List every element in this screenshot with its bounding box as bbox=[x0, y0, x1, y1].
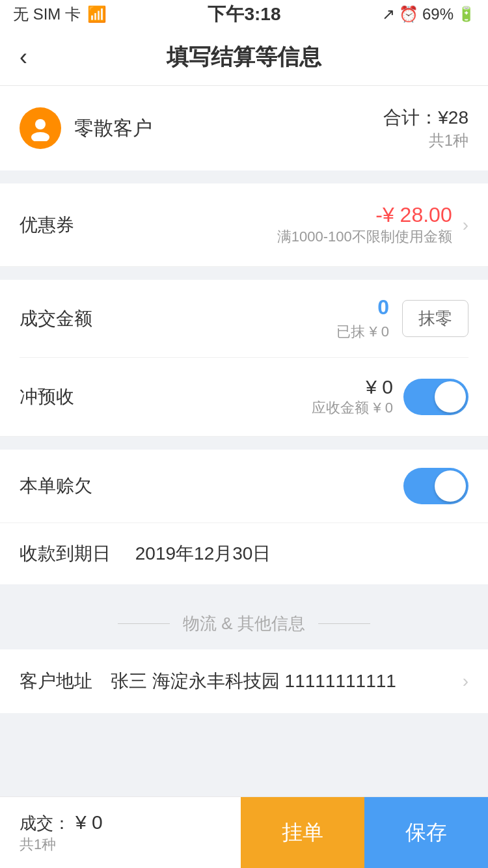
nav-bar: ‹ 填写结算等信息 bbox=[0, 29, 488, 86]
address-row[interactable]: 客户地址 张三 海淀永丰科技园 11111111111 › bbox=[0, 649, 488, 713]
customer-row: 零散客户 合计：¥28 共1种 bbox=[0, 86, 488, 170]
bottom-deal-amount: ¥ 0 bbox=[75, 811, 103, 834]
bottom-summary: 成交： ¥ 0 共1种 bbox=[0, 811, 241, 854]
deal-amount-right: 0 已抹 ¥ 0 抹零 bbox=[336, 295, 468, 342]
svg-point-0 bbox=[35, 119, 46, 129]
status-left: 无 SIM 卡 📶 bbox=[13, 4, 107, 25]
status-bar: 无 SIM 卡 📶 下午3:18 ↗ ⏰ 69% 🔋 bbox=[0, 0, 488, 29]
page-title: 填写结算等信息 bbox=[167, 42, 321, 72]
avatar bbox=[20, 107, 61, 149]
customer-left: 零散客户 bbox=[20, 107, 152, 149]
deal-amount-row: 成交金额 0 已抹 ¥ 0 抹零 bbox=[0, 280, 488, 357]
status-right: ↗ ⏰ 69% 🔋 bbox=[382, 5, 475, 23]
address-chevron-icon: › bbox=[463, 671, 468, 692]
toggle-knob bbox=[435, 381, 466, 413]
prepay-right: ¥ 0 应收金额 ¥ 0 bbox=[312, 376, 468, 418]
address-label: 客户地址 bbox=[20, 669, 98, 694]
alarm-icon: ⏰ bbox=[399, 5, 418, 23]
total-amount: 合计：¥28 bbox=[383, 105, 468, 130]
wifi-icon: 📶 bbox=[87, 5, 107, 23]
user-icon bbox=[27, 115, 53, 141]
logistics-header: 物流 & 其他信息 bbox=[0, 597, 488, 649]
save-button[interactable]: 保存 bbox=[364, 797, 488, 869]
debt-label: 本单赊欠 bbox=[20, 474, 98, 498]
location-icon: ↗ bbox=[382, 5, 395, 23]
deal-amount-value[interactable]: 0 bbox=[336, 295, 389, 319]
coupon-amount: -¥ 28.00 bbox=[277, 203, 452, 227]
status-time: 下午3:18 bbox=[208, 2, 280, 27]
bottom-deal: 成交： ¥ 0 bbox=[20, 811, 221, 835]
deal-amount-sub: 已抹 ¥ 0 bbox=[336, 322, 389, 342]
coupon-value-block: -¥ 28.00 满1000-100不限制使用金额 bbox=[277, 203, 452, 247]
customer-summary: 合计：¥28 共1种 bbox=[383, 105, 468, 151]
round-off-button[interactable]: 抹零 bbox=[402, 300, 468, 337]
customer-name: 零散客户 bbox=[74, 115, 152, 142]
carrier-text: 无 SIM 卡 bbox=[13, 4, 81, 25]
due-date-value: 2019年12月30日 bbox=[135, 543, 271, 563]
content: 零散客户 合计：¥28 共1种 优惠券 -¥ 28.00 满1000-100不限… bbox=[0, 86, 488, 804]
coupon-section: 优惠券 -¥ 28.00 满1000-100不限制使用金额 › bbox=[0, 183, 488, 267]
battery-icon: 🔋 bbox=[457, 6, 475, 23]
deal-amount-label: 成交金额 bbox=[20, 306, 98, 331]
debt-row: 本单赊欠 bbox=[0, 450, 488, 522]
coupon-right: -¥ 28.00 满1000-100不限制使用金额 › bbox=[277, 203, 468, 247]
logistics-divider-left bbox=[118, 623, 170, 624]
bottom-bar: 成交： ¥ 0 共1种 挂单 保存 bbox=[0, 796, 488, 868]
address-value: 张三 海淀永丰科技园 11111111111 bbox=[111, 669, 463, 694]
total-count: 共1种 bbox=[383, 130, 468, 151]
prepay-amount-block: ¥ 0 应收金额 ¥ 0 bbox=[312, 376, 393, 418]
bottom-deal-prefix: 成交： bbox=[20, 812, 70, 835]
deal-amount-block: 0 已抹 ¥ 0 bbox=[336, 295, 389, 342]
logistics-divider-right bbox=[318, 623, 370, 624]
due-date-label: 收款到期日 bbox=[20, 543, 111, 563]
prepay-toggle[interactable] bbox=[403, 379, 468, 415]
coupon-row[interactable]: 优惠券 -¥ 28.00 满1000-100不限制使用金额 › bbox=[0, 183, 488, 267]
prepay-row: 冲预收 ¥ 0 应收金额 ¥ 0 bbox=[0, 358, 488, 437]
prepay-label: 冲预收 bbox=[20, 385, 98, 409]
bottom-deal-count: 共1种 bbox=[20, 835, 221, 854]
prepay-sub: 应收金额 ¥ 0 bbox=[312, 398, 393, 418]
chevron-right-icon: › bbox=[463, 215, 468, 236]
logistics-label: 物流 & 其他信息 bbox=[183, 612, 305, 635]
due-date-row: 收款到期日 2019年12月30日 bbox=[0, 522, 488, 584]
battery-text: 69% bbox=[422, 5, 454, 23]
back-button[interactable]: ‹ bbox=[20, 44, 27, 71]
deal-section: 成交金额 0 已抹 ¥ 0 抹零 冲预收 ¥ 0 应收金额 ¥ 0 bbox=[0, 280, 488, 437]
coupon-label: 优惠券 bbox=[20, 213, 98, 237]
coupon-desc: 满1000-100不限制使用金额 bbox=[277, 227, 452, 247]
debt-toggle-knob bbox=[435, 470, 466, 502]
prepay-toggle-row: 冲预收 ¥ 0 应收金额 ¥ 0 bbox=[20, 376, 468, 418]
debt-section: 本单赊欠 收款到期日 2019年12月30日 bbox=[0, 450, 488, 584]
debt-toggle[interactable] bbox=[403, 468, 468, 504]
svg-point-1 bbox=[31, 132, 49, 141]
debt-toggle-row: 本单赊欠 bbox=[20, 468, 468, 504]
prepay-amount: ¥ 0 bbox=[312, 376, 393, 398]
hold-button[interactable]: 挂单 bbox=[241, 797, 364, 869]
